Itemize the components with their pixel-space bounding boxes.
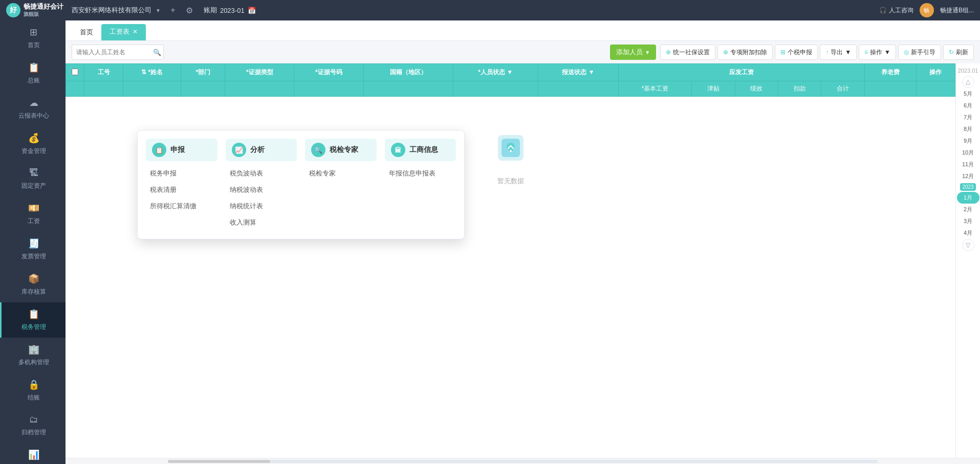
- sidebar-item-ledger[interactable]: 📋 总账: [0, 56, 66, 91]
- sidebar-item-invoice[interactable]: 🧾 发票管理: [0, 232, 66, 267]
- th-report-status: 报送状态 ▼: [538, 64, 619, 81]
- tax-dropdown-popup: 📋 申报 税务申报 税表清册 所得税汇算清缴 📈 分析: [137, 130, 465, 239]
- date-month-4[interactable]: 4月: [957, 227, 979, 239]
- popup-item-income-tax-settlement[interactable]: 所得税汇算清缴: [146, 198, 217, 214]
- search-input[interactable]: [76, 49, 153, 56]
- th2-name: [123, 81, 181, 97]
- refresh-button[interactable]: ↻ 刷新: [943, 45, 974, 60]
- ledger-icon: 📋: [28, 62, 39, 73]
- date-month-7[interactable]: 7月: [957, 112, 979, 123]
- sidebar-item-capital[interactable]: 💰 资金管理: [0, 126, 66, 162]
- select-all-checkbox[interactable]: [72, 69, 78, 75]
- th-name: ⇅ *姓名: [123, 64, 181, 81]
- analysis-label: 分析: [250, 145, 265, 154]
- operation-button[interactable]: ≡ 操作 ▼: [859, 45, 896, 60]
- sidebar-item-cloud-report[interactable]: ☁ 云报表中心: [0, 91, 66, 126]
- social-security-button[interactable]: ⊕ 统一社保设置: [660, 45, 715, 60]
- period-label: 账期: [204, 6, 217, 15]
- add-person-button[interactable]: 添加人员 ▼: [610, 45, 656, 60]
- popup-item-tax-stats[interactable]: 纳税统计表: [226, 198, 297, 214]
- date-month-1[interactable]: 1月: [957, 192, 979, 204]
- sidebar-item-label: 结账: [28, 393, 40, 402]
- sidebar-item-label: 首页: [28, 41, 40, 50]
- date-month-6[interactable]: 6月: [957, 100, 979, 112]
- export-icon: ↑: [825, 49, 829, 56]
- scroll-track[interactable]: [168, 460, 878, 463]
- sidebar-item-fixed-assets[interactable]: 🏗 固定资产: [0, 162, 66, 196]
- analysis-icon: 📈: [232, 143, 246, 157]
- date-month-9[interactable]: 9月: [957, 135, 979, 147]
- declaration-label: 申报: [170, 145, 185, 154]
- date-month-12[interactable]: 12月: [957, 170, 979, 182]
- op-dropdown-icon: ▼: [884, 49, 890, 56]
- sidebar-item-label: 税务管理: [21, 323, 46, 332]
- tab-home[interactable]: 首页: [72, 24, 101, 40]
- sidebar-item-xiaochang[interactable]: 📊 小畅报销: [0, 443, 66, 464]
- sidebar-item-archive[interactable]: 🗂 归档管理: [0, 408, 66, 443]
- sidebar-item-salary[interactable]: 💴 工资: [0, 196, 66, 232]
- th-wage-group: 应发工资: [618, 64, 864, 81]
- sidebar-item-closing[interactable]: 🔒 结账: [0, 373, 66, 408]
- declaration-header: 📋 申报: [146, 139, 217, 161]
- sidebar-item-label: 固定资产: [21, 182, 46, 190]
- add-company-button[interactable]: +: [167, 4, 179, 16]
- th-performance: 绩效: [735, 81, 778, 97]
- th-subsidy: 津贴: [692, 81, 735, 97]
- date-month-8[interactable]: 8月: [957, 123, 979, 135]
- logo-icon: 好: [6, 3, 20, 17]
- th-empty: [66, 81, 84, 97]
- date-month-10[interactable]: 10月: [957, 147, 979, 159]
- date-month-5[interactable]: 5月: [957, 88, 979, 100]
- refresh-label: 刷新: [956, 48, 968, 57]
- period-value: 2023-01: [220, 7, 245, 14]
- th-deduction: 扣款: [778, 81, 821, 97]
- business-label: 工商信息: [409, 145, 438, 154]
- accounting-period: 账期 2023-01 📅: [204, 6, 256, 15]
- add-person-label: 添加人员: [616, 48, 643, 57]
- tab-salary-table[interactable]: 工资表 ✕: [101, 24, 146, 40]
- app-name: 畅捷通好会计: [24, 3, 63, 11]
- sidebar-item-tax[interactable]: 📋 税务管理: [0, 302, 66, 338]
- sidebar-item-inventory[interactable]: 📦 库存核算: [0, 267, 66, 302]
- sidebar-item-multi-org[interactable]: 🏢 多机构管理: [0, 338, 66, 373]
- settings-icon[interactable]: ⚙: [183, 4, 195, 16]
- empty-icon: [490, 127, 531, 168]
- sidebar-item-label: 归档管理: [21, 428, 46, 437]
- table-container: 工号 ⇅ *姓名 *部门 *证据类型 *证据号码 国籍（地区） *人员状态 ▼ …: [66, 63, 955, 458]
- individual-tax-button[interactable]: ⊞ 个税申报: [775, 45, 818, 60]
- dropdown-arrow-icon: ▼: [645, 50, 650, 55]
- date-next-button[interactable]: ▽: [962, 239, 974, 251]
- date-month-2[interactable]: 2月: [957, 204, 979, 215]
- individual-tax-label: 个税申报: [788, 48, 812, 57]
- company-selector[interactable]: 西安虾米网络科技有限公司 ▼: [72, 6, 161, 15]
- company-chevron-icon[interactable]: ▼: [156, 8, 161, 13]
- refresh-icon: ↻: [949, 49, 954, 56]
- special-deduction-button[interactable]: ⊕ 专项附加扣除: [717, 45, 773, 60]
- popup-item-tax-declaration[interactable]: 税务申报: [146, 165, 217, 182]
- sidebar-item-label: 库存核算: [21, 288, 46, 296]
- human-service-button[interactable]: 🎧 人工咨询: [879, 6, 913, 15]
- popup-item-tax-expert[interactable]: 税检专家: [305, 165, 377, 182]
- date-prev-button[interactable]: △: [962, 76, 974, 88]
- popup-item-income-estimate[interactable]: 收入测算: [226, 214, 297, 231]
- company-name: 西安虾米网络科技有限公司: [72, 6, 151, 15]
- popup-item-tax-payment[interactable]: 纳税波动表: [226, 182, 297, 198]
- export-button[interactable]: ↑ 导出 ▼: [820, 45, 857, 60]
- sidebar-item-label: 发票管理: [21, 252, 46, 261]
- popup-item-tax-forms[interactable]: 税表清册: [146, 182, 217, 198]
- sidebar-item-label: 工资: [28, 217, 40, 226]
- date-month-3[interactable]: 3月: [957, 215, 979, 227]
- popup-item-tax-burden[interactable]: 税负波动表: [226, 165, 297, 182]
- new-guide-button[interactable]: ◎ 新手引导: [898, 45, 941, 60]
- sidebar-item-home[interactable]: ⊞ 首页: [0, 20, 66, 56]
- scroll-thumb[interactable]: [168, 460, 270, 463]
- th-department: *部门: [181, 64, 225, 81]
- calendar-icon[interactable]: 📅: [248, 7, 256, 14]
- popup-item-annual-report[interactable]: 年报信息申报表: [385, 165, 456, 182]
- close-icon[interactable]: ✕: [133, 28, 138, 35]
- th2-report-status: [538, 81, 619, 97]
- headset-icon: 🎧: [879, 7, 887, 14]
- date-month-11[interactable]: 11月: [957, 159, 979, 170]
- business-icon: 🏛: [391, 143, 405, 157]
- assets-icon: 🏗: [29, 168, 38, 179]
